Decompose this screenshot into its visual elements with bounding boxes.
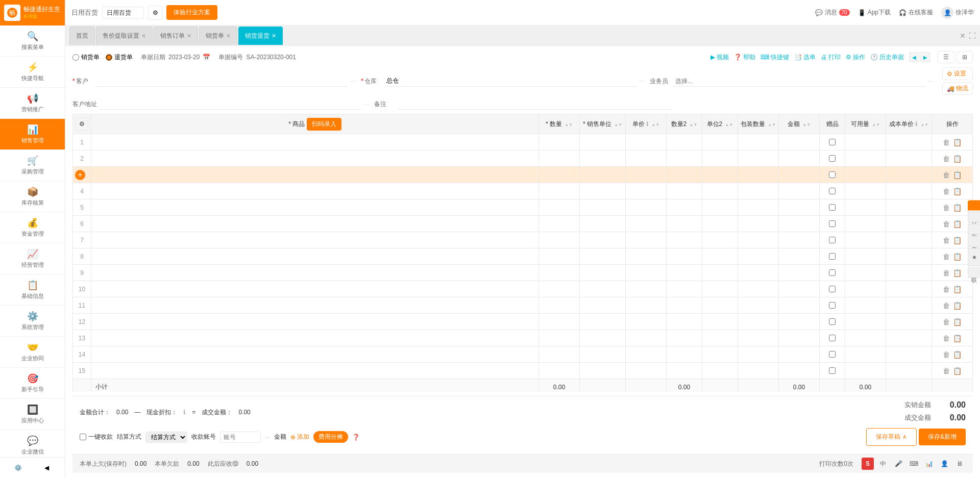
cost-info-icon[interactable]: ℹ bbox=[915, 120, 918, 128]
delete-row-icon[interactable]: 🗑 bbox=[943, 367, 950, 375]
sidebar-item-sales[interactable]: 📊 销售管理 bbox=[0, 119, 65, 150]
price-cell[interactable] bbox=[626, 150, 667, 167]
delete-row-icon[interactable]: 🗑 bbox=[943, 155, 950, 163]
cost-sort-icon[interactable]: ▲▼ bbox=[920, 124, 928, 127]
action-select[interactable]: 📑 选单 bbox=[794, 53, 816, 62]
view-grid-btn[interactable]: ⊞ bbox=[957, 51, 973, 63]
table-gear-btn[interactable]: ⚙ bbox=[75, 117, 88, 131]
unit2-cell[interactable] bbox=[702, 167, 738, 183]
action-hotkey[interactable]: ⌨ 快捷键 bbox=[761, 53, 789, 62]
copy-row-icon[interactable]: 📋 bbox=[953, 269, 962, 277]
right-quick-btn-5[interactable]: ★ bbox=[968, 248, 980, 266]
expense-split-btn[interactable]: 费用分摊 bbox=[313, 431, 348, 443]
price-sort-icon[interactable]: ▲▼ bbox=[651, 124, 659, 127]
avail-sort-icon[interactable]: ▲▼ bbox=[872, 124, 880, 127]
action-operate[interactable]: ⚙ 操作 bbox=[846, 53, 865, 62]
copy-row-icon[interactable]: 📋 bbox=[953, 318, 962, 326]
sidebar-item-finance[interactable]: 💰 资金管理 bbox=[0, 212, 65, 243]
tab-price-close[interactable]: ✕ bbox=[141, 33, 146, 39]
cost-cell[interactable] bbox=[886, 150, 932, 167]
address-dots[interactable]: ··· bbox=[364, 101, 369, 108]
action-print[interactable]: 🖨 打印 bbox=[821, 53, 841, 62]
sidebar-item-enterprise[interactable]: 🤝 企业协同 bbox=[0, 337, 65, 368]
warehouse-dots[interactable]: ··· bbox=[640, 78, 645, 85]
sidebar-item-inventory[interactable]: 📦 库存核算 bbox=[0, 181, 65, 212]
copy-row-icon[interactable]: 📋 bbox=[953, 187, 962, 195]
qty2-cell[interactable] bbox=[667, 134, 702, 150]
price-info-icon[interactable]: ℹ bbox=[646, 120, 649, 128]
copy-row-icon[interactable]: 📋 bbox=[953, 350, 962, 359]
scroll-left-btn[interactable]: ◀ bbox=[909, 52, 919, 62]
discount-info-icon[interactable]: ℹ bbox=[183, 409, 186, 416]
action-history[interactable]: 🕐 历史单据 bbox=[870, 53, 904, 62]
qty-cell[interactable] bbox=[539, 167, 580, 183]
delete-row-icon[interactable]: 🗑 bbox=[943, 204, 950, 212]
expense-info-icon[interactable]: ❓ bbox=[352, 434, 360, 441]
right-quick-btn-6[interactable]: 联 bbox=[968, 267, 980, 278]
person-icon[interactable]: 👤 bbox=[938, 458, 950, 470]
settings-bottom-icon[interactable]: ⚙️ bbox=[12, 462, 24, 474]
customer-dots[interactable]: ··· bbox=[351, 78, 356, 85]
warehouse-input[interactable] bbox=[384, 76, 636, 87]
sidebar-item-marketing[interactable]: 📢 营销推广 bbox=[0, 88, 65, 119]
breadcrumb-select[interactable]: 日用百货 bbox=[102, 7, 144, 19]
address-input[interactable] bbox=[100, 99, 361, 110]
delete-row-icon[interactable]: 🗑 bbox=[943, 253, 950, 261]
keyboard-icon[interactable]: ⌨ bbox=[908, 458, 920, 470]
tab-sales-order[interactable]: 销售订单 ✕ bbox=[154, 27, 198, 45]
cost-cell[interactable] bbox=[886, 167, 932, 183]
maximize-window-icon[interactable]: ⛶ bbox=[969, 32, 976, 40]
one-key-pay-checkbox[interactable]: 一键收款 bbox=[80, 433, 113, 441]
chart-icon[interactable]: 📊 bbox=[923, 458, 935, 470]
product-cell-active[interactable] bbox=[91, 167, 539, 183]
qty2-cell[interactable] bbox=[667, 167, 702, 183]
qty-cell[interactable] bbox=[539, 150, 580, 167]
amount-cell[interactable] bbox=[779, 134, 820, 150]
delete-row-icon[interactable]: 🗑 bbox=[943, 236, 950, 244]
zh-icon[interactable]: 中 bbox=[877, 458, 889, 470]
delete-row-icon[interactable]: 🗑 bbox=[943, 285, 950, 293]
collapse-icon[interactable]: ◀ bbox=[40, 462, 53, 474]
unit2-sort-icon[interactable]: ▲▼ bbox=[725, 124, 733, 127]
settings-btn[interactable]: ⚙ 设置 bbox=[942, 67, 973, 80]
online-service-btn[interactable]: 🎧 在线客服 bbox=[899, 8, 933, 17]
action-help[interactable]: ❓ 帮助 bbox=[734, 53, 755, 62]
delete-row-icon[interactable]: 🗑 bbox=[943, 138, 950, 146]
settle-method-select[interactable]: 结算方式 bbox=[145, 432, 187, 443]
sidebar-item-app-center[interactable]: 🔲 应用中心 bbox=[0, 399, 65, 430]
sidebar-item-wechat[interactable]: 💬 企业微信 bbox=[0, 430, 65, 457]
avail-cell[interactable] bbox=[845, 167, 886, 183]
copy-row-icon[interactable]: 📋 bbox=[953, 334, 962, 342]
tab-return-close[interactable]: ✕ bbox=[272, 33, 276, 39]
qty2-sort-icon[interactable]: ▲▼ bbox=[690, 124, 698, 127]
message-btn[interactable]: 💬 消息 70 bbox=[815, 8, 850, 17]
action-video[interactable]: ▶ 视频 bbox=[710, 53, 729, 62]
salesperson-dots[interactable]: ··· bbox=[928, 78, 933, 85]
amount-cell[interactable] bbox=[779, 150, 820, 167]
copy-row-icon[interactable]: 📋 bbox=[953, 285, 962, 293]
pack-sort-icon[interactable]: ▲▼ bbox=[768, 124, 776, 127]
customer-input[interactable] bbox=[96, 76, 348, 87]
copy-row-icon[interactable]: 📋 bbox=[953, 138, 962, 146]
mic-icon[interactable]: 🎤 bbox=[892, 458, 904, 470]
sidebar-item-basic[interactable]: 📋 基础信息 bbox=[0, 274, 65, 306]
pack-cell[interactable] bbox=[738, 150, 779, 167]
delete-row-icon[interactable]: 🗑 bbox=[943, 220, 950, 228]
product-input-active[interactable] bbox=[93, 171, 536, 179]
right-quick-btn-1[interactable]: 收 bbox=[968, 200, 980, 210]
product-cell[interactable] bbox=[91, 150, 539, 167]
copy-row-icon[interactable]: 📋 bbox=[953, 367, 962, 375]
app-download-btn[interactable]: 📱 App下载 bbox=[858, 8, 891, 17]
unit2-cell[interactable] bbox=[702, 134, 738, 150]
copy-row-icon[interactable]: 📋 bbox=[953, 204, 962, 212]
copy-row-icon[interactable]: 📋 bbox=[953, 236, 962, 244]
sidebar-item-search[interactable]: 🔍 搜索菜单 bbox=[0, 26, 65, 57]
trial-button[interactable]: 体验行业方案 bbox=[166, 5, 217, 20]
close-window-icon[interactable]: ✕ bbox=[960, 32, 966, 40]
sidebar-item-system[interactable]: ⚙️ 系统管理 bbox=[0, 306, 65, 337]
user-profile-btn[interactable]: 👤 徐泽华 bbox=[941, 7, 974, 19]
amount-sort-icon[interactable]: ▲▼ bbox=[802, 124, 811, 127]
unit2-cell[interactable] bbox=[702, 150, 738, 167]
pack-cell[interactable] bbox=[738, 167, 779, 183]
add-btn[interactable]: ⊕ 添加 bbox=[290, 433, 309, 441]
